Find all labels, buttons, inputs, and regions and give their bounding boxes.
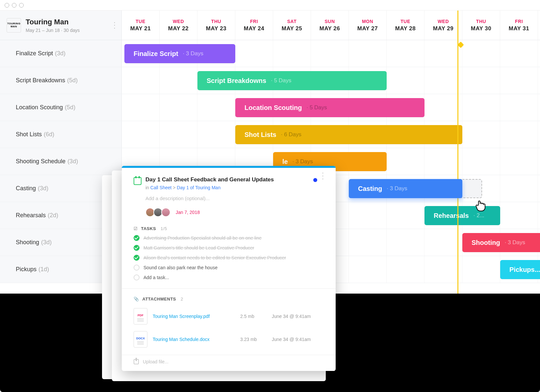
task-item[interactable]: Matt Garrison's title should be Lead Cre… [134,245,324,251]
attachment-name[interactable]: Touring Man Schedule.docx [153,337,235,342]
day-column-header[interactable]: THUMAY 23 [197,11,235,40]
row-label[interactable]: Script Breakdowns(5d) [0,67,122,94]
upload-icon [134,359,139,364]
add-task-input[interactable]: Add a task... [134,274,324,280]
day-column-header[interactable]: MONMAY 27 [349,11,387,40]
day-of-week: WED [438,19,449,24]
gantt-bar-shooting[interactable]: Shooting3 Days [462,233,540,252]
calendar-icon [134,177,141,185]
day-column-header[interactable]: SUNMAY 26 [311,11,349,40]
day-of-week: TUE [400,19,410,24]
date-label: MAY 29 [433,25,454,32]
status-dot-icon[interactable] [313,178,317,182]
bar-duration: 3 Days [293,158,313,165]
task-text: Matt Garrison's title should be Lead Cre… [143,245,254,250]
day-column-header[interactable]: THUMAY 30 [462,11,500,40]
avatar[interactable] [161,208,170,217]
tasks-label: TASKS [141,226,156,231]
description-input[interactable]: Add a description (optional)... [145,196,324,201]
row-timeline[interactable]: Location Scouting5 Days [122,94,540,121]
date-label: MAY 30 [471,25,492,32]
attachment-size: 2.5 mb [240,314,267,319]
day-column-header[interactable]: WEDMAY 29 [424,11,462,40]
crumb-day-1[interactable]: Day 1 of Touring Man [177,185,220,190]
gantt-bar-shotlists[interactable]: Shot Lists6 Days [235,125,462,144]
attachments-label: ATTACHMENTS [142,297,176,301]
divider [122,355,336,355]
window-close-icon[interactable] [5,3,9,8]
date-label: MAY 27 [357,25,378,32]
day-column-header[interactable]: SATMAY 25 [273,11,311,40]
bar-label: Finalize Script [134,50,178,58]
bar-duration: 5 Days [271,77,291,84]
gantt-row: Shot Lists(6d)Shot Lists6 Days [0,121,540,148]
modal-actions: ··· [313,176,324,184]
checkbox-icon[interactable] [134,245,140,251]
checkbox-empty-icon [134,274,140,280]
header: TOURING MAN Touring Man May 21 – Jun 18 … [0,11,540,40]
upload-file-button[interactable]: Upload file... [134,359,324,364]
row-label[interactable]: Location Scouting(5d) [0,94,122,121]
project-menu-icon[interactable]: ··· [114,21,116,29]
bar-duration: 3 Days [387,185,407,192]
task-detail-modal: Day 1 Call Sheet Feedback and General Up… [122,166,336,371]
task-item[interactable]: Advertising Production Specialist should… [134,235,324,241]
row-timeline[interactable]: Shot Lists6 Days [122,121,540,148]
gantt-bar-breakdowns[interactable]: Script Breakdowns5 Days [197,71,387,90]
task-item[interactable]: Alison Beal's contact needs to be edited… [134,255,324,261]
calendar-header: TUEMAY 21WEDMAY 22THUMAY 23FRIMAY 24SATM… [122,11,540,40]
attachment-date: June 34 @ 9:41am [272,337,311,342]
attachment-item[interactable]: DOCX Touring Man Schedule.docx 3.23 mb J… [134,328,324,351]
row-label[interactable]: Shot Lists(6d) [0,121,122,148]
bar-label: le [282,158,288,166]
gantt-bar-pickups[interactable]: Pickups... [500,260,540,279]
due-date[interactable]: Jan 7, 2018 [176,210,200,215]
day-of-week: FRI [515,19,523,24]
day-column-header[interactable]: WEDMAY 22 [160,11,197,40]
day-of-week: THU [476,19,486,24]
assignees: Jan 7, 2018 [145,208,324,217]
project-logo: TOURING MAN [7,18,21,33]
bar-duration: 3 Days [505,239,525,246]
project-cell[interactable]: TOURING MAN Touring Man May 21 – Jun 18 … [0,11,122,40]
gantt-bar-casting[interactable]: Casting3 Days [349,179,462,198]
row-timeline[interactable]: Script Breakdowns5 Days [122,67,540,94]
titlebar [0,0,540,11]
day-column-header[interactable]: TUEMAY 28 [387,11,424,40]
window-min-icon[interactable] [12,3,16,8]
day-of-week: THU [211,19,221,24]
task-item[interactable]: Sound can also park near the house [134,265,324,271]
tasks-section: ☑ TASKS 1/5 Advertising Production Speci… [134,226,324,280]
checkbox-icon[interactable] [134,235,140,241]
date-label: MAY 31 [509,25,529,32]
day-of-week: FRI [250,19,258,24]
playhead-line [457,11,458,294]
project-name: Touring Man [26,18,80,26]
day-of-week: WED [173,19,184,24]
checkbox-icon[interactable] [134,265,140,271]
bar-duration: 3 Days [183,50,203,57]
day-column-header[interactable]: TUEMAY 21 [122,11,160,40]
day-column-header[interactable]: FRIMAY 24 [235,11,273,40]
window-max-icon[interactable] [19,3,24,8]
date-label: MAY 24 [244,25,265,32]
date-label: MAY 21 [130,25,151,32]
cursor-pointer-icon [475,199,486,212]
row-label[interactable]: Shooting Schedule(3d) [0,148,122,175]
attachment-name[interactable]: Touring Man Screenplay.pdf [153,314,235,319]
gantt-bar-rehearsals[interactable]: Rehearsals2... [424,206,500,225]
attachment-item[interactable]: PDF Touring Man Screenplay.pdf 2.5 mb Ju… [134,305,324,328]
gantt-bar-finalize[interactable]: Finalize Script3 Days [124,44,235,63]
task-menu-icon[interactable]: ··· [322,171,324,180]
bar-label: Pickups... [509,266,540,274]
gantt-bar-location[interactable]: Location Scouting5 Days [235,98,424,117]
checkbox-icon[interactable] [134,255,140,261]
attachments-count: 2 [181,297,183,301]
row-timeline[interactable]: Finalize Script3 Days [122,40,540,67]
crumb-call-sheet[interactable]: Call Sheet [150,185,172,190]
task-title[interactable]: Day 1 Call Sheet Feedback and General Up… [145,176,324,183]
day-column-header[interactable]: FRIMAY 31 [500,11,538,40]
row-label[interactable]: Finalize Script(3d) [0,40,122,67]
day-of-week: TUE [136,19,145,24]
gantt-row: Script Breakdowns(5d)Script Breakdowns5 … [0,67,540,94]
